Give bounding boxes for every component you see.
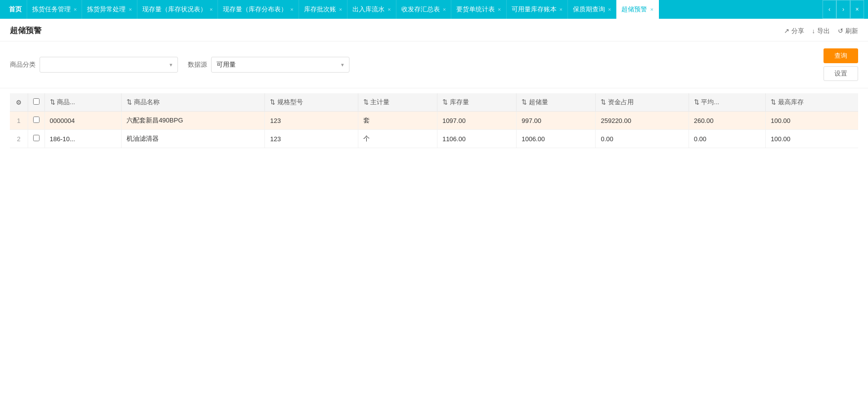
export-icon: ↓: [812, 27, 816, 35]
refresh-button[interactable]: ↺ 刷新: [838, 27, 858, 36]
close-tab-icon-9[interactable]: ×: [608, 6, 611, 12]
col-product-code: ⇅ 商品...: [44, 93, 122, 112]
table-header: ⚙ ⇅ 商品... ⇅ 商品名称 ⇅ 规格型号: [10, 93, 858, 112]
nav-tab-2[interactable]: 现存量（库存状况表）×: [137, 0, 218, 19]
row-number-1: 2: [10, 130, 28, 148]
row-checkbox-cell-1[interactable]: [28, 130, 44, 148]
sort-icon-2: ⇅: [127, 98, 132, 106]
share-icon: ↗: [784, 27, 789, 35]
nav-tab-7[interactable]: 要货单统计表×: [451, 0, 506, 19]
category-label: 商品分类: [10, 60, 36, 69]
close-tab-icon-1[interactable]: ×: [129, 6, 131, 12]
nav-tab-3[interactable]: 现存量（库存分布表）×: [218, 0, 299, 19]
table-row: 1 0000004 六配套新昌490BPG 123 套 1097.00 997.…: [10, 112, 858, 130]
nav-arrows: ‹ › ×: [823, 0, 864, 19]
sort-icon: ⇅: [50, 98, 55, 106]
close-tab-icon-3[interactable]: ×: [290, 6, 293, 12]
data-table: ⚙ ⇅ 商品... ⇅ 商品名称 ⇅ 规格型号: [10, 93, 858, 148]
cell-product-name-0: 六配套新昌490BPG: [122, 112, 265, 130]
table-container: ⚙ ⇅ 商品... ⇅ 商品名称 ⇅ 规格型号: [0, 93, 868, 148]
page-content: 超储预警 ↗ 分享 ↓ 导出 ↺ 刷新 商品分类 ▾ 数据源: [0, 19, 868, 395]
row-checkbox-cell-0[interactable]: [28, 112, 44, 130]
cell-overstock-1: 1006.00: [517, 130, 596, 148]
cell-capital-0: 259220.00: [596, 112, 689, 130]
cell-stock-0: 1097.00: [437, 112, 516, 130]
settings-button[interactable]: 设置: [824, 66, 858, 81]
nav-tab-10[interactable]: 超储预警×: [616, 0, 658, 19]
category-filter-group: 商品分类 ▾: [10, 57, 178, 73]
datasource-label: 数据源: [188, 60, 207, 69]
col-max-stock: ⇅ 最高库存: [766, 93, 858, 112]
cell-max-stock-1: 100.00: [766, 130, 858, 148]
query-button[interactable]: 查询: [824, 48, 858, 63]
top-navigation: 首页 拣货任务管理×拣货异常处理×现存量（库存状况表）×现存量（库存分布表）×库…: [0, 0, 868, 19]
checkbox-header[interactable]: [28, 93, 44, 112]
cell-spec-1: 123: [265, 130, 358, 148]
nav-arrow-close[interactable]: ×: [850, 0, 864, 19]
cell-avg-0: 260.00: [689, 112, 766, 130]
export-button[interactable]: ↓ 导出: [812, 27, 830, 36]
select-all-checkbox[interactable]: [33, 98, 40, 105]
share-button[interactable]: ↗ 分享: [784, 27, 804, 36]
close-tab-icon-10[interactable]: ×: [650, 6, 653, 12]
close-tab-icon-6[interactable]: ×: [443, 6, 446, 12]
col-spec: ⇅ 规格型号: [265, 93, 358, 112]
page-title: 超储预警: [10, 26, 42, 36]
nav-tab-9[interactable]: 保质期查询×: [568, 0, 616, 19]
category-select[interactable]: ▾: [40, 57, 178, 73]
sort-icon-7: ⇅: [601, 98, 606, 106]
nav-home[interactable]: 首页: [4, 0, 27, 19]
gear-header[interactable]: ⚙: [10, 93, 28, 112]
sort-icon-8: ⇅: [694, 98, 699, 106]
table-header-row: ⚙ ⇅ 商品... ⇅ 商品名称 ⇅ 规格型号: [10, 93, 858, 112]
col-overstock: ⇅ 超储量: [517, 93, 596, 112]
datasource-filter-group: 数据源 可用量 ▾: [188, 57, 349, 73]
nav-tab-4[interactable]: 库存批次账×: [299, 0, 347, 19]
nav-arrow-left[interactable]: ‹: [823, 0, 836, 19]
row-number-0: 1: [10, 112, 28, 130]
cell-max-stock-0: 100.00: [766, 112, 858, 130]
nav-tab-0[interactable]: 拣货任务管理×: [27, 0, 82, 19]
row-checkbox-0[interactable]: [33, 117, 40, 123]
cell-capital-1: 0.00: [596, 130, 689, 148]
cell-product-code-0: 0000004: [44, 112, 122, 130]
col-unit: ⇅ 主计量: [358, 93, 437, 112]
close-tab-icon-5[interactable]: ×: [388, 6, 391, 12]
col-avg: ⇅ 平均...: [689, 93, 766, 112]
table-body: 1 0000004 六配套新昌490BPG 123 套 1097.00 997.…: [10, 112, 858, 148]
close-tab-icon-7[interactable]: ×: [498, 6, 501, 12]
nav-tab-5[interactable]: 出入库流水×: [347, 0, 396, 19]
nav-tab-6[interactable]: 收发存汇总表×: [396, 0, 451, 19]
row-checkbox-1[interactable]: [33, 135, 40, 141]
datasource-select-value: 可用量: [217, 60, 236, 69]
gear-icon: ⚙: [16, 99, 22, 106]
datasource-select[interactable]: 可用量 ▾: [211, 57, 349, 73]
nav-tab-1[interactable]: 拣货异常处理×: [82, 0, 137, 19]
close-tab-icon-8[interactable]: ×: [560, 6, 563, 12]
action-buttons: 查询 设置: [824, 48, 858, 81]
chevron-down-icon: ▾: [170, 62, 173, 68]
cell-stock-1: 1106.00: [437, 130, 516, 148]
sort-icon-4: ⇅: [363, 98, 369, 106]
col-stock: ⇅ 库存量: [437, 93, 516, 112]
nav-arrow-right[interactable]: ›: [836, 0, 850, 19]
cell-product-name-1: 机油滤清器: [122, 130, 265, 148]
chevron-down-icon-2: ▾: [341, 62, 344, 68]
cell-avg-1: 0.00: [689, 130, 766, 148]
cell-spec-0: 123: [265, 112, 358, 130]
nav-tab-8[interactable]: 可用量库存账本×: [507, 0, 568, 19]
close-tab-icon-4[interactable]: ×: [339, 6, 342, 12]
header-actions: ↗ 分享 ↓ 导出 ↺ 刷新: [784, 27, 859, 36]
col-capital: ⇅ 资金占用: [596, 93, 689, 112]
close-tab-icon-0[interactable]: ×: [74, 6, 77, 12]
sort-icon-6: ⇅: [521, 98, 527, 106]
sort-icon-5: ⇅: [442, 98, 448, 106]
close-tab-icon-2[interactable]: ×: [210, 6, 213, 12]
cell-unit-1: 个: [358, 130, 437, 148]
sort-icon-3: ⇅: [270, 98, 275, 106]
table-row: 2 186-10... 机油滤清器 123 个 1106.00 1006.00 …: [10, 130, 858, 148]
cell-product-code-1: 186-10...: [44, 130, 122, 148]
sort-icon-9: ⇅: [771, 98, 776, 106]
col-product-name: ⇅ 商品名称: [122, 93, 265, 112]
cell-unit-0: 套: [358, 112, 437, 130]
